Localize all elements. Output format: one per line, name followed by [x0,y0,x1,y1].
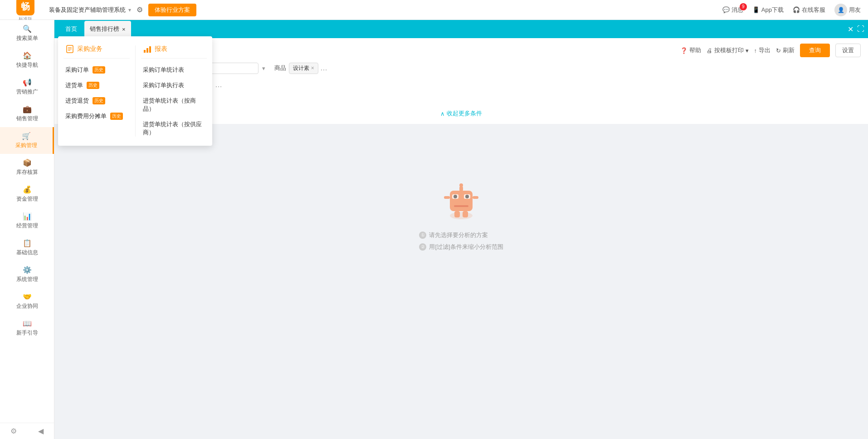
sidebar-item-label: 搜索菜单 [16,35,38,42]
sidebar-item-sales[interactable]: 💼 销售管理 [0,100,54,127]
tab-close-icon[interactable]: × [122,26,126,33]
history-badge-4: 历史 [110,113,123,120]
system-icon: ⚙️ [23,266,32,274]
message-button[interactable]: 💬 消息 9 [722,6,743,14]
purchase-icon: 🛒 [22,132,31,140]
sidebar-item-cooperation[interactable]: 🤝 企业协同 [0,288,54,315]
salesperson-more-dots[interactable]: … [215,81,222,89]
tab-label: 销售排行榜 [90,25,119,33]
sidebar-item-marketing[interactable]: 📢 营销推广 [0,74,54,100]
purchase-return-label: 进货退货 [65,97,89,105]
purchase-return-item[interactable]: 进货退货 历史 [63,93,130,109]
basic-info-icon: 📋 [23,239,32,247]
export-icon: ↑ [754,47,757,54]
dropdown-report-col: 报表 采购订单统计表 采购订单执行表 进货单统计表（按商品） 进货单统计表（按供… [136,42,213,140]
sidebar-item-guide[interactable]: 📖 新手引导 [0,315,54,341]
sidebar-item-label: 采购管理 [15,142,37,149]
sidebar-item-operations[interactable]: 📊 经营管理 [0,207,54,234]
report-arrival-by-goods-label: 进货单统计表（按商品） [143,97,205,113]
empty-robot-svg [439,177,484,222]
headset-icon: 🎧 [793,6,800,13]
report-col-title: 报表 [155,45,167,53]
avatar: 👤 [834,4,847,16]
sidebar-item-label: 库存核算 [16,168,38,176]
brand-logo[interactable]: 畅 标准版 [7,0,44,22]
app-download-label: App下载 [761,6,784,14]
user-menu[interactable]: 👤 用友 [834,4,861,16]
print-button[interactable]: 🖨 按模板打印 ▾ [707,46,749,54]
sidebar-nav: 🔍 搜索菜单 🏠 快捷导航 📢 营销推广 💼 销售管理 🛒 采购管 [0,20,54,423]
sidebar-item-basic-info[interactable]: 📋 基础信息 [0,234,54,261]
report-arrival-by-goods-item[interactable]: 进货单统计表（按商品） [141,93,207,117]
purchase-col-title: 采购业务 [77,45,102,53]
export-button[interactable]: ↑ 导出 [754,46,771,54]
report-po-exec-item[interactable]: 采购订单执行表 [141,78,207,93]
sidebar-item-label: 资金管理 [16,195,38,203]
goods-label: 商品 [274,64,286,72]
title-chevron-icon: ▾ [128,7,131,13]
purchase-arrival-item[interactable]: 进货单 历史 [63,78,130,93]
user-label: 用友 [849,6,861,14]
sidebar-item-label: 营销推广 [16,88,38,96]
svg-rect-12 [463,211,468,217]
goods-filter: 商品 设计素 × … [274,63,327,74]
svg-point-6 [465,195,469,198]
purchase-order-item[interactable]: 采购订单 历史 [63,62,130,78]
sidebar-item-system[interactable]: ⚙️ 系统管理 [0,261,54,288]
history-badge-2: 历史 [87,82,99,89]
message-icon: 💬 [722,6,730,13]
sidebar-collapse-btn[interactable]: ◀ [38,427,44,435]
purchase-fee-item[interactable]: 采购费用分摊单 历史 [63,109,130,124]
help-button[interactable]: ❓ 帮助 [680,46,701,54]
collapse-label: 收起更多条件 [447,109,482,118]
experience-button[interactable]: 体验行业方案 [148,4,196,16]
sidebar-settings-btn[interactable]: ⚙ [10,427,17,435]
sidebar-item-search[interactable]: 🔍 搜索菜单 [0,20,54,47]
collapse-button[interactable]: ∧ 收起更多条件 [438,107,485,120]
avatar-icon: 👤 [838,7,844,13]
purchase-fee-label: 采购费用分摊单 [65,112,107,120]
dropdown-purchase-col: 采购业务 采购订单 历史 进货单 历史 进货退货 历史 采购费用分摊单 历史 [58,42,135,140]
help-icon: ❓ [680,47,688,54]
report-icon-svg [143,44,152,54]
sidebar-item-inventory[interactable]: 📦 库存核算 [0,154,54,181]
svg-rect-17 [144,50,146,53]
settings-button[interactable]: 设置 [835,44,861,57]
query-button[interactable]: 查询 [800,44,830,57]
sidebar: 🔍 搜索菜单 🏠 快捷导航 📢 营销推广 💼 销售管理 🛒 采购管 [0,20,54,439]
svg-rect-11 [454,211,460,217]
online-service-button[interactable]: 🎧 在线客服 [793,6,825,14]
report-po-stats-item[interactable]: 采购订单统计表 [141,62,207,78]
app-download-button[interactable]: 📱 App下载 [752,6,784,14]
expand-btn[interactable]: ⛶ [857,25,864,33]
sidebar-item-label: 基础信息 [16,249,38,256]
tabs-right: ✕ ⛶ [848,25,864,34]
brand-icon: 畅 [16,0,34,15]
svg-rect-4 [454,205,468,207]
report-col-icon [143,44,152,54]
sidebar-item-purchase[interactable]: 🛒 采购管理 [0,127,54,154]
cooperation-icon: 🤝 [23,292,32,301]
sidebar-item-label: 销售管理 [16,115,38,123]
top-right-actions: 💬 消息 9 📱 App下载 🎧 在线客服 👤 用友 [722,4,861,16]
goods-more-dots[interactable]: … [320,64,327,72]
tab-sales-rank[interactable]: 销售排行榜 × [84,21,131,37]
report-po-exec-label: 采购订单执行表 [143,81,184,89]
purchase-order-label: 采购订单 [65,66,89,74]
close-btn[interactable]: ✕ [848,25,853,34]
sidebar-item-label: 新手引导 [16,329,38,337]
tab-home[interactable]: 首页 [58,20,84,38]
settings-icon[interactable]: ⚙ [137,5,143,14]
svg-rect-10 [473,196,478,199]
sidebar-item-finance[interactable]: 💰 资金管理 [0,181,54,207]
svg-rect-18 [146,48,148,53]
search-icon: 🔍 [23,25,32,33]
sidebar-item-label: 系统管理 [16,276,38,283]
goods-tag-close[interactable]: × [311,65,314,71]
online-service-label: 在线客服 [802,6,825,14]
refresh-button[interactable]: ↻ 刷新 [776,46,795,54]
sidebar-item-quick-nav[interactable]: 🏠 快捷导航 [0,47,54,74]
doc-status-chevron-icon: ▾ [262,65,265,72]
report-arrival-by-supplier-item[interactable]: 进货单统计表（按供应商） [141,117,207,140]
svg-rect-1 [450,191,473,211]
